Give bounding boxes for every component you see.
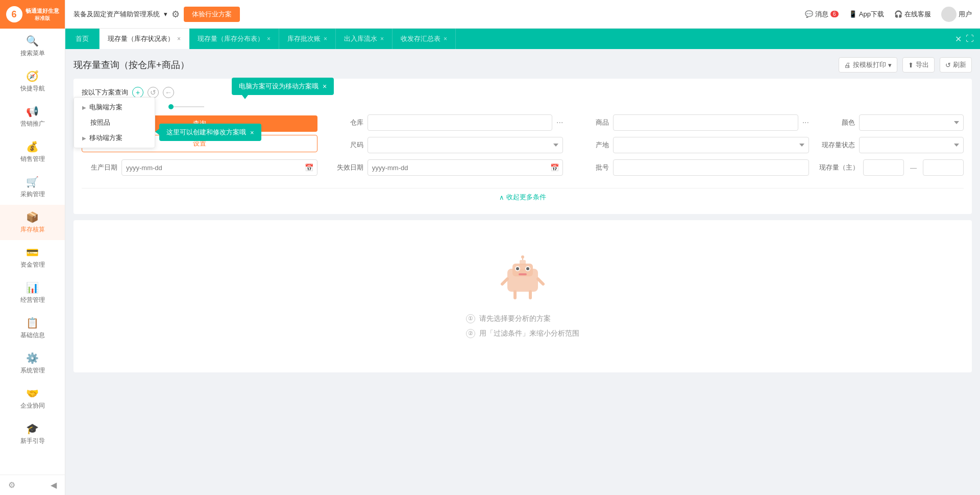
goods-input[interactable]	[613, 114, 798, 131]
sidebar-item-label: 采购管理	[20, 190, 45, 199]
svg-line-7	[502, 279, 507, 284]
settings-icon[interactable]: ⚙	[8, 480, 15, 490]
empty-step2: 用「过滤条件」来缩小分析范围	[479, 327, 579, 340]
support-action[interactable]: 🎧 在线客服	[894, 10, 931, 19]
sidebar-item-label: 资金管理	[20, 261, 45, 269]
expire-date-icon[interactable]: 📅	[550, 163, 559, 172]
warehouse-input[interactable]	[368, 114, 552, 131]
add-schema-btn[interactable]: +	[132, 87, 143, 98]
export-btn[interactable]: ⬆ 导出	[902, 57, 935, 73]
sidebar-item-marketing[interactable]: 📢营销推广	[0, 99, 65, 134]
sidebar-item-basic[interactable]: 📋基础信息	[0, 311, 65, 346]
origin-label: 产地	[573, 140, 609, 150]
arrow-right-icon: ▶	[82, 135, 86, 141]
sidebar-item-guide[interactable]: 🎓新手引导	[0, 416, 65, 452]
svg-point-5	[526, 267, 529, 270]
tab-close-5[interactable]: ×	[444, 35, 447, 42]
stock-status-label: 现存量状态	[819, 140, 855, 150]
enterprise-icon: 🤝	[26, 387, 39, 399]
stock-max-input[interactable]	[923, 159, 964, 176]
sidebar-item-search[interactable]: 🔍搜索菜单	[0, 29, 65, 64]
sidebar-item-enterprise[interactable]: 🤝企业协同	[0, 381, 65, 416]
collapse-icon[interactable]: ◀	[51, 480, 57, 490]
tab-item-1[interactable]: 现存量（库存状况表）×	[100, 29, 189, 49]
main-tooltip-close[interactable]: ×	[323, 82, 327, 90]
stock-status-select[interactable]	[859, 137, 964, 153]
schema-item-product[interactable]: 按照品	[74, 115, 155, 130]
sidebar-item-system[interactable]: ⚙️系统管理	[0, 346, 65, 381]
sidebar-item-purchase[interactable]: 🛒采购管理	[0, 170, 65, 205]
tab-item-5[interactable]: 收发存汇总表×	[393, 29, 456, 49]
tab-close-all-icon[interactable]: ✕	[955, 34, 962, 44]
svg-rect-6	[519, 273, 527, 275]
print-icon: 🖨	[844, 61, 851, 69]
sidebar-item-label: 销售管理	[20, 155, 45, 163]
color-select[interactable]	[859, 114, 964, 131]
page-content: 现存量查询（按仓库+商品） 🖨 按模板打印 ▾ ⬆ 导出 ↺ 刷新	[65, 49, 980, 495]
user-action[interactable]: 用户	[941, 7, 972, 22]
collapse-bar[interactable]: ∧ 收起更多条件	[82, 188, 964, 206]
system-dropdown[interactable]: ▾	[164, 10, 167, 18]
sidebar-item-label: 新手引导	[20, 437, 45, 445]
tab-close-1[interactable]: ×	[177, 35, 181, 42]
message-action[interactable]: 💬 消息 6	[805, 10, 839, 19]
tab-close-2[interactable]: ×	[267, 35, 271, 42]
trial-button[interactable]: 体验行业方案	[184, 7, 240, 22]
marketing-icon: 📢	[26, 105, 39, 117]
search-panel: ▶ 电脑端方案 按照品 ▶ 移动端方案 这里可以创建和修改方案哦 ×	[74, 79, 972, 214]
schema-panel: ▶ 电脑端方案 按照品 ▶ 移动端方案	[74, 97, 155, 148]
sidebar-item-sales[interactable]: 💰销售管理	[0, 134, 65, 170]
warehouse-more-icon[interactable]: ···	[556, 118, 563, 127]
sidebar-item-inventory[interactable]: 📦库存核算	[0, 205, 65, 240]
size-select[interactable]	[368, 137, 564, 153]
tab-item-4[interactable]: 出入库流水×	[336, 29, 393, 49]
tab-item-2[interactable]: 现存量（库存分布表）×	[189, 29, 279, 49]
app-download-action[interactable]: 📱 App下载	[849, 10, 884, 19]
svg-line-8	[538, 279, 543, 284]
produce-date-icon[interactable]: 📅	[305, 163, 313, 172]
batch-label: 批号	[573, 163, 609, 172]
tab-item-3[interactable]: 库存批次账×	[279, 29, 336, 49]
goods-more-icon[interactable]: ···	[802, 118, 809, 127]
user-label: 用户	[959, 10, 972, 19]
tab-close-3[interactable]: ×	[324, 35, 327, 42]
origin-select[interactable]	[613, 137, 809, 153]
support-label: 在线客服	[904, 10, 931, 19]
tab-item-0[interactable]: 首页	[65, 29, 100, 49]
schema-item-mobile[interactable]: ▶ 移动端方案	[74, 130, 155, 146]
page-title: 现存量查询（按仓库+商品）	[74, 59, 189, 71]
tab-expand-icon[interactable]: ⛶	[966, 34, 974, 43]
sidebar-item-quick[interactable]: 🧭快捷导航	[0, 64, 65, 99]
refresh-btn[interactable]: ↺ 刷新	[940, 57, 972, 73]
schema-item-desktop[interactable]: ▶ 电脑端方案	[74, 100, 155, 115]
message-icon: 💬	[805, 10, 813, 18]
sidebar-item-operation[interactable]: 📊经营管理	[0, 275, 65, 311]
goods-label: 商品	[573, 118, 609, 127]
sidebar-item-label: 搜索菜单	[20, 49, 45, 58]
edit-tooltip-close[interactable]: ×	[250, 129, 254, 136]
empty-step1: 请先选择要分析的方案	[479, 312, 551, 325]
empty-state: ① 请先选择要分析的方案 ② 用「过滤条件」来缩小分析范围	[74, 220, 972, 372]
app-label: App下载	[859, 10, 884, 19]
collapse-schema-btn[interactable]: ←	[163, 87, 174, 98]
collapse-icon: ∧	[499, 194, 504, 201]
color-field: 颜色	[819, 114, 964, 131]
sidebar-item-finance[interactable]: 💳资金管理	[0, 240, 65, 275]
message-label: 消息	[815, 10, 828, 19]
header-settings-icon[interactable]: ⚙	[172, 9, 180, 20]
search-icon: 🔍	[26, 35, 39, 47]
batch-input[interactable]	[613, 159, 809, 176]
edit-tooltip-text: 这里可以创建和修改方案哦	[166, 128, 246, 137]
stock-min-input[interactable]	[863, 159, 904, 176]
message-badge: 6	[830, 11, 839, 17]
print-template-btn[interactable]: 🖨 按模板打印 ▾	[839, 57, 897, 73]
expire-date-input[interactable]	[368, 159, 564, 176]
tab-close-4[interactable]: ×	[380, 35, 384, 42]
empty-illustration	[497, 251, 548, 302]
export-icon: ⬆	[908, 61, 914, 69]
produce-date-input[interactable]	[121, 159, 317, 176]
refresh-schema-btn[interactable]: ↺	[148, 87, 159, 98]
arrow-icon: ▶	[82, 105, 86, 110]
sidebar-item-label: 系统管理	[20, 366, 45, 375]
svg-point-13	[521, 255, 524, 258]
